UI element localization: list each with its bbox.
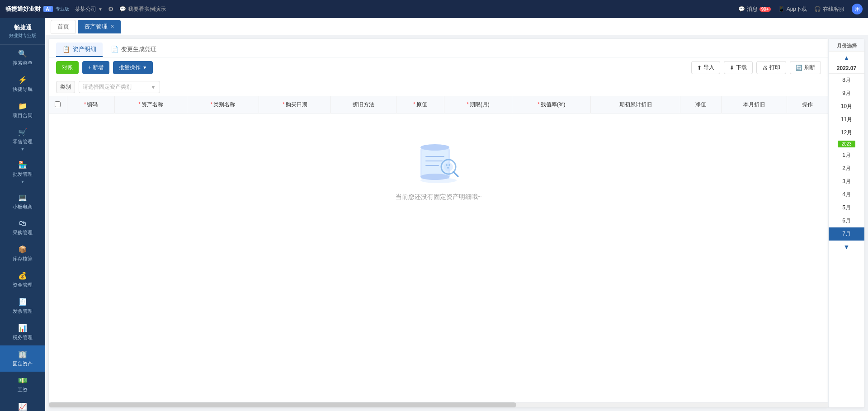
nav-icon: ⚡ (18, 76, 27, 84)
month-item-4[interactable]: 4月 (829, 188, 864, 201)
sidebar-sub: 好业财专业版 (4, 33, 42, 39)
chevron-down-icon: ▼ (98, 7, 103, 12)
content-area: 首页 资产管理 ✕ 📋 资产明细 📄 变更生成凭证 (45, 18, 868, 411)
subtab-asset-detail[interactable]: 📋 资产明细 (56, 43, 103, 57)
chevron-down-icon: ▼ (151, 84, 156, 90)
import-button[interactable]: ⬆ 导入 (691, 61, 720, 74)
empty-illustration (411, 141, 466, 186)
empty-message: 当前您还没有固定资产明细哦~ (396, 193, 481, 201)
message-button[interactable]: 💬 消息 99+ (738, 5, 771, 13)
message-icon: 💬 (738, 6, 745, 12)
toolbar: 对账 + 新增 批量操作 ▼ ⬆ 导入 (49, 57, 828, 78)
sidebar-item-salary[interactable]: 💵 工资 (0, 372, 45, 398)
svg-point-11 (446, 164, 448, 166)
asset-data-table: *编码 *资产名称 *类别名称 *购买日期 折旧方法 *原值 *期限(月) *残… (49, 96, 828, 113)
month-item-5[interactable]: 5月 (829, 201, 864, 214)
sidebar-header: 畅捷通 好业财专业版 (0, 18, 45, 45)
add-button[interactable]: + 新增 (82, 61, 109, 74)
sidebar-item-invoice[interactable]: 🧾 发票管理 (0, 293, 45, 319)
search-icon: 🔍 (18, 49, 27, 58)
month-panel-title: 月份选择 (829, 39, 864, 52)
current-year-label: 2022.07 (829, 64, 864, 74)
tab-asset-mgmt[interactable]: 资产管理 ✕ (78, 20, 121, 33)
scrollbar-thumb[interactable] (49, 402, 516, 407)
brand: 畅捷通好业财 Ai 专业版 (5, 5, 69, 13)
month-nav-down[interactable]: ▼ (829, 241, 864, 253)
sidebar-item-tax[interactable]: 📊 税务管理 (0, 319, 45, 345)
month-item-11[interactable]: 11月 (829, 113, 864, 126)
download-button[interactable]: ⬇ 下载 (724, 61, 753, 74)
tab-close-icon[interactable]: ✕ (110, 24, 114, 29)
svg-line-10 (453, 172, 458, 176)
chevron-down-icon: ▼ (21, 180, 25, 184)
month-item-2[interactable]: 2月 (829, 162, 864, 175)
tax-icon: 📊 (18, 324, 27, 332)
brand-title: 畅捷通好业财 (5, 5, 41, 13)
month-nav-up[interactable]: ▲ (829, 52, 864, 64)
month-nav-up-button[interactable]: ▲ (841, 53, 853, 62)
month-item-3[interactable]: 3月 (829, 175, 864, 188)
svg-point-12 (448, 164, 450, 166)
assets-icon: 🏢 (18, 350, 27, 359)
company-selector[interactable]: 某某公司 ▼ (75, 5, 103, 13)
settings-icon[interactable]: ⚙ (108, 5, 114, 13)
main-panel: 📋 资产明细 📄 变更生成凭证 对账 + 新增 (49, 39, 828, 407)
top-bar-right: 💬 消息 99+ 📱 App下载 🎧 在线客服 用 (738, 4, 863, 14)
chevron-down-icon: ▼ (142, 65, 147, 70)
refresh-button[interactable]: 🔄 刷新 (790, 61, 821, 74)
demo-link[interactable]: 💬 我要看实例演示 (119, 5, 166, 13)
month-item-1[interactable]: 1月 (829, 149, 864, 162)
chevron-down-icon: ▼ (21, 147, 25, 151)
retail-icon: 🛒 (18, 128, 27, 137)
filter-row: 类别 请选择固定资产类别 ▼ (49, 78, 828, 96)
month-item-9[interactable]: 9月 (829, 87, 864, 100)
empty-state: 当前您还没有固定资产明细哦~ (49, 113, 828, 228)
refresh-icon: 🔄 (796, 65, 802, 71)
top-bar: 畅捷通好业财 Ai 专业版 某某公司 ▼ ⚙ 💬 我要看实例演示 💬 消息 99… (0, 0, 868, 18)
month-item-10[interactable]: 10月 (829, 100, 864, 113)
add-label: + 新增 (88, 64, 104, 71)
toolbar-right: ⬆ 导入 ⬇ 下载 🖨 打印 🔄 刷新 (691, 61, 821, 74)
month-item-12[interactable]: 12月 (829, 126, 864, 139)
user-avatar[interactable]: 用 (852, 4, 863, 14)
horizontal-scrollbar[interactable] (49, 402, 828, 407)
sidebar-item-quicknav[interactable]: ⚡ 快捷导航 (0, 71, 45, 97)
subtab-change-voucher[interactable]: 📄 变更生成凭证 (104, 43, 163, 57)
reconcile-label: 对账 (62, 64, 73, 71)
project-icon: 📁 (18, 102, 27, 110)
sidebar-item-search[interactable]: 🔍 搜索菜单 (0, 45, 45, 71)
select-all-checkbox[interactable] (55, 101, 61, 107)
sidebar-item-project[interactable]: 📁 项目合同 (0, 97, 45, 123)
headset-icon: 🎧 (814, 6, 821, 12)
sidebar: 畅捷通 好业财专业版 🔍 搜索菜单 ⚡ 快捷导航 📁 项目合同 🛒 零售管理 ▼… (0, 18, 45, 411)
user-name: 用 (855, 6, 860, 13)
sidebar-item-assets[interactable]: 🏢 固定资产 (0, 345, 45, 372)
filter-placeholder: 请选择固定资产类别 (83, 83, 132, 91)
reconcile-button[interactable]: 对账 (56, 61, 79, 74)
sidebar-item-finance[interactable]: 💰 资金管理 (0, 267, 45, 293)
sidebar-item-retail[interactable]: 🛒 零售管理 ▼ (0, 123, 45, 156)
batch-button[interactable]: 批量操作 ▼ (113, 61, 153, 74)
sidebar-brand: 畅捷通 (4, 24, 42, 32)
month-item-7-current[interactable]: 7月 (829, 227, 864, 241)
sidebar-item-operations[interactable]: 📈 经营管理 (0, 398, 45, 411)
sidebar-item-inventory[interactable]: 📦 库存核算 (0, 241, 45, 267)
sidebar-item-ecommerce[interactable]: 💻 小畅电商 (0, 189, 45, 215)
svg-point-4 (420, 174, 449, 180)
print-button[interactable]: 🖨 打印 (756, 61, 786, 74)
filter-category-select[interactable]: 请选择固定资产类别 ▼ (79, 81, 160, 93)
wholesale-icon: 🏪 (18, 161, 27, 169)
sidebar-item-wholesale[interactable]: 🏪 批发管理 ▼ (0, 156, 45, 189)
month-item-8[interactable]: 8月 (829, 74, 864, 87)
main-layout: 畅捷通 好业财专业版 🔍 搜索菜单 ⚡ 快捷导航 📁 项目合同 🛒 零售管理 ▼… (0, 18, 868, 411)
svg-point-13 (447, 167, 449, 169)
month-nav-down-button[interactable]: ▼ (841, 242, 853, 251)
tab-home[interactable]: 首页 (51, 20, 76, 33)
month-item-6[interactable]: 6月 (829, 214, 864, 227)
download-icon: ⬇ (730, 65, 734, 71)
sidebar-item-purchase[interactable]: 🛍 采购管理 (0, 215, 45, 241)
page-body: 📋 资产明细 📄 变更生成凭证 对账 + 新增 (45, 35, 868, 411)
online-service-button[interactable]: 🎧 在线客服 (814, 5, 844, 13)
app-download-button[interactable]: 📱 App下载 (778, 5, 807, 13)
sub-tabs: 📋 资产明细 📄 变更生成凭证 (49, 39, 828, 57)
